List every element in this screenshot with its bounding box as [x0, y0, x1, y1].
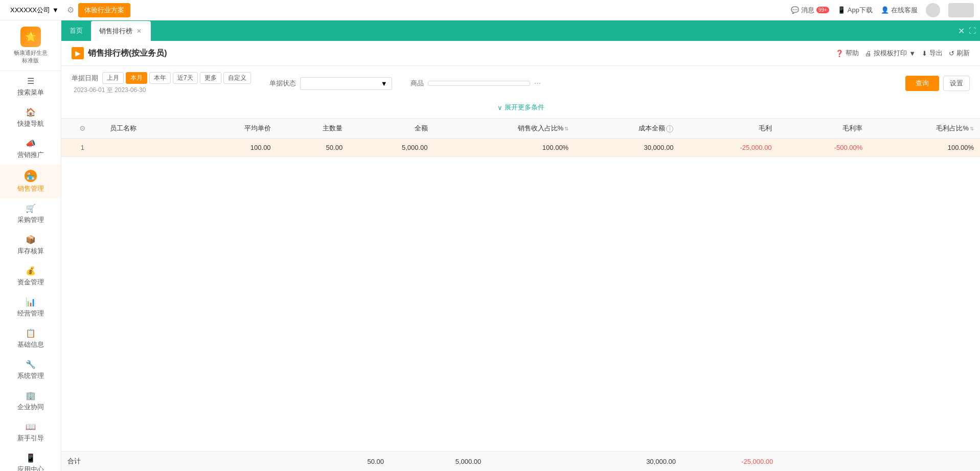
message-label: 消息 — [801, 6, 814, 15]
print-dropdown-icon: ▼ — [909, 50, 916, 57]
status-filter-label: 单据状态 — [269, 79, 296, 88]
col-quantity: 主数量 — [277, 119, 349, 139]
marketing-icon: 📣 — [26, 139, 36, 148]
operations-icon: 📊 — [26, 297, 36, 307]
online-service-item[interactable]: 👤 在线客服 — [881, 6, 918, 15]
table-row: 1 100.00 50.00 5,000.00 100.00% 30,000.0… — [61, 139, 980, 157]
footer-name — [98, 458, 195, 465]
basic-icon: 📋 — [26, 328, 36, 338]
date-btn-this-year[interactable]: 本年 — [149, 72, 171, 84]
row-name — [104, 139, 191, 157]
date-btn-more[interactable]: 更多 — [200, 72, 221, 84]
inventory-icon: 📦 — [26, 235, 36, 244]
sidebar-item-basic[interactable]: 📋 基础信息 — [0, 323, 61, 354]
content-area: 首页 销售排行榜 ✕ ✕ ⛶ ▶ 销售排行榜(按业务员) ❓ — [61, 20, 980, 471]
col-gear-icon[interactable]: ⚙ — [79, 124, 86, 132]
tab-home[interactable]: 首页 — [61, 20, 91, 41]
settings-button[interactable]: 设置 — [943, 76, 970, 91]
refresh-button[interactable]: ↺ 刷新 — [949, 49, 970, 58]
col-cost: 成本全额i — [575, 119, 679, 139]
date-btn-custom[interactable]: 自定义 — [223, 72, 251, 84]
company-selector[interactable]: XXXXXX公司 ▼ — [6, 4, 63, 17]
tab-close-icon[interactable]: ✕ — [135, 28, 143, 35]
sidebar-item-quick-nav[interactable]: 🏠 快捷导航 — [0, 102, 61, 133]
help-button[interactable]: ❓ 帮助 — [835, 49, 859, 58]
finance-icon: 💰 — [26, 266, 36, 276]
settings-gear-icon[interactable]: ⚙ — [67, 5, 74, 15]
sidebar-item-system[interactable]: 🔧 系统管理 — [0, 354, 61, 386]
goods-input[interactable] — [428, 81, 530, 86]
sidebar-item-enterprise[interactable]: 🏢 企业协同 — [0, 386, 61, 417]
sidebar-item-label: 资金管理 — [17, 278, 44, 287]
app-download-label: App下载 — [848, 6, 873, 15]
back-button[interactable]: ▶ — [72, 47, 84, 59]
tab-maximize-icon[interactable]: ⛶ — [969, 27, 976, 35]
filter-row-top: 单据日期 上月 本月 本年 近7天 更多 自定义 2023-06-01 至 20… — [72, 72, 970, 95]
sidebar-item-guide[interactable]: 📖 新手引导 — [0, 417, 61, 448]
expand-more-button[interactable]: ∨ 展开更多条件 — [497, 103, 544, 112]
search-order-icon: ☰ — [27, 76, 34, 86]
col-gross-rate: 毛利率 — [778, 119, 869, 139]
dropdown-icon: ▼ — [52, 6, 59, 14]
sales-pct-sort-icon[interactable]: ⇅ — [564, 126, 568, 131]
app-download-item[interactable]: 📱 App下载 — [837, 6, 873, 15]
top-bar: XXXXXX公司 ▼ ⚙ 体验行业方案 💬 消息 99+ 📱 App下载 👤 在… — [0, 0, 980, 20]
export-button[interactable]: ⬇ 导出 — [922, 49, 943, 58]
date-btn-last-month[interactable]: 上月 — [102, 72, 124, 84]
sidebar-item-search-order[interactable]: ☰ 搜索菜单 — [0, 71, 61, 102]
sidebar-item-marketing[interactable]: 📣 营销推广 — [0, 133, 61, 165]
date-btn-this-month[interactable]: 本月 — [126, 72, 147, 84]
trial-button[interactable]: 体验行业方案 — [78, 3, 130, 17]
sidebar-item-label: 基础信息 — [17, 340, 44, 349]
row-gross-pct: 100.00% — [869, 139, 980, 157]
quick-nav-icon: 🏠 — [26, 107, 36, 117]
sidebar-item-label: 营销推广 — [17, 150, 44, 160]
query-button[interactable]: 查询 — [905, 76, 939, 91]
footer-sales-pct — [487, 458, 584, 465]
help-icon: ❓ — [835, 50, 844, 57]
tab-home-label: 首页 — [70, 26, 83, 35]
avatar[interactable] — [926, 3, 940, 17]
print-button[interactable]: 🖨 按模板打印 ▼ — [865, 49, 916, 58]
sidebar: 🌟 畅康通好生意标准版 ☰ 搜索菜单 🏠 快捷导航 📣 营销推广 🏪 销售管理 … — [0, 20, 61, 471]
col-gross-pct: 毛利占比%⇅ — [869, 119, 980, 139]
footer-gross: -25,000.00 — [682, 458, 779, 465]
export-icon: ⬇ — [922, 50, 927, 57]
purchase-icon: 🛒 — [26, 204, 36, 213]
page-header: ▶ 销售排行榜(按业务员) ❓ 帮助 🖨 按模板打印 ▼ ⬇ 导 — [61, 41, 980, 66]
footer-values: 50.00 5,000.00 30,000.00 -25,000.00 — [98, 458, 974, 465]
row-cost: 30,000.00 — [575, 139, 679, 157]
date-btn-7days[interactable]: 近7天 — [173, 72, 198, 84]
row-amount: 5,000.00 — [349, 139, 434, 157]
sidebar-item-inventory[interactable]: 📦 库存核算 — [0, 230, 61, 261]
cost-info-icon[interactable]: i — [666, 125, 673, 132]
status-select[interactable]: ▼ — [300, 77, 392, 90]
row-rank: 1 — [61, 139, 104, 157]
more-dots[interactable]: ··· — [534, 79, 541, 87]
sidebar-item-sales[interactable]: 🏪 销售管理 — [0, 165, 61, 198]
row-gross-rate: -500.00% — [778, 139, 869, 157]
avatar2[interactable] — [948, 3, 974, 17]
filter-area: 单据日期 上月 本月 本年 近7天 更多 自定义 2023-06-01 至 20… — [61, 66, 980, 119]
refresh-icon: ↺ — [949, 50, 954, 57]
tab-sales-rank[interactable]: 销售排行榜 ✕ — [91, 21, 151, 41]
tab-close-window-icon[interactable]: ✕ — [958, 26, 965, 36]
sidebar-item-label: 销售管理 — [17, 184, 44, 193]
system-icon: 🔧 — [26, 360, 36, 369]
table-footer: 合计 50.00 5,000.00 30,000.00 -25,000.00 — [61, 451, 980, 471]
gross-pct-sort-icon[interactable]: ⇅ — [970, 126, 974, 131]
sidebar-item-finance[interactable]: 💰 资金管理 — [0, 261, 61, 292]
col-amount: 全额 — [349, 119, 434, 139]
online-service-label: 在线客服 — [891, 6, 918, 15]
sidebar-item-app-center[interactable]: 📱 应用中心 — [0, 448, 61, 471]
sidebar-item-purchase[interactable]: 🛒 采购管理 — [0, 198, 61, 230]
row-sales-pct: 100.00% — [434, 139, 575, 157]
col-sales-pct: 销售收入占比%⇅ — [434, 119, 575, 139]
footer-cost: 30,000.00 — [585, 458, 682, 465]
message-badge: 99+ — [816, 7, 829, 13]
sidebar-item-operations[interactable]: 📊 经营管理 — [0, 292, 61, 323]
message-item[interactable]: 💬 消息 99+ — [791, 6, 829, 15]
logo-text: 畅康通好生意标准版 — [14, 49, 48, 64]
company-name: XXXXXX公司 — [10, 6, 50, 15]
service-icon: 👤 — [881, 6, 889, 14]
